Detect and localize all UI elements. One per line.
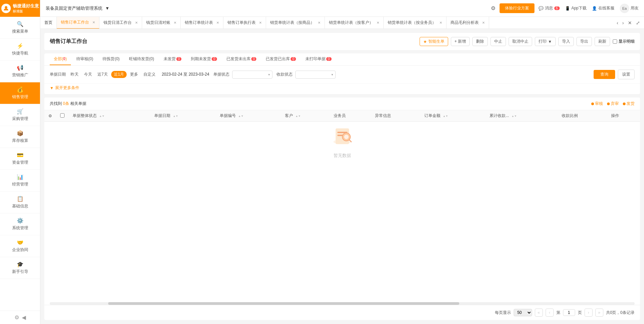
table-scroll[interactable]: ⚙ 单据整体状态 ▲▼ 单据日期 ▲▼ [44,110,640,302]
per-page-select[interactable]: 50 20 100 [514,309,532,316]
filter-tab-not-printed[interactable]: 未打印单据0 [301,53,336,65]
tab-label: 销货单统计表（按商品） [270,20,314,26]
user-menu-button[interactable]: Ea 用友 [620,4,639,13]
sidebar-item-system[interactable]: ⚙️ 系统管理 [0,213,40,235]
tab-sales-order-stats[interactable]: 销售订单统计表 ✕ [181,17,223,29]
date-shortcut-1month[interactable]: 近1月 [111,71,127,78]
delete-button[interactable]: 删除 [472,37,488,46]
app-download-button[interactable]: 📱 App下载 [565,5,587,11]
system-dropdown-button[interactable]: ▼ [105,6,110,11]
sort-status-icon[interactable]: ▲▼ [99,115,104,118]
status-select[interactable] [232,71,272,79]
tab-close-button[interactable]: ✕ [318,21,320,25]
select-all-checkbox[interactable] [60,113,65,118]
export-button[interactable]: 导出 [576,37,592,46]
sidebar-item-search[interactable]: 🔍 搜索菜单 [0,17,40,39]
tab-close-button[interactable]: ✕ [482,21,485,25]
tab-sales-stats-customer[interactable]: 销货单统计表（按客户） ✕ [325,17,384,29]
tab-cash-reconcile[interactable]: 钱货日清对账 ✕ [142,17,181,29]
filter-tab-shipped-out[interactable]: 已发货已出库0 [262,53,300,65]
date-shortcut-7days[interactable]: 近7天 [95,71,110,78]
tab-close-button[interactable]: ✕ [377,21,379,25]
sidebar-item-cooperation[interactable]: 🤝 企业协同 [0,235,40,257]
tab-close-button[interactable]: ✕ [216,21,219,25]
date-shortcut-today[interactable]: 今天 [82,71,94,78]
sidebar-item-purchase[interactable]: 🛒 采购管理 [0,104,40,126]
sort-number-icon[interactable]: ▲▼ [238,115,244,118]
quick-audit-button[interactable]: 审核 [591,101,603,107]
page-input[interactable] [563,309,575,316]
tab-sales-order-exec[interactable]: 销售订单执行表 ✕ [223,17,266,29]
sidebar-item-label: 经营管理 [12,181,28,187]
industry-solution-button[interactable]: 体验行业方案 [500,3,534,13]
tab-close-button[interactable]: ✕ [135,21,138,25]
setting-button[interactable]: 设置 [618,70,635,79]
cancel-abort-button[interactable]: 取消中止 [509,37,532,46]
sidebar-item-sales[interactable]: 💰 销售管理 [0,82,40,104]
sidebar-item-operations[interactable]: 📊 经营管理 [0,170,40,192]
tab-close-all-button[interactable]: ✕ [627,19,633,26]
import-button[interactable]: 导入 [558,37,574,46]
tab-home[interactable]: 首页 [40,17,57,29]
sidebar-item-marketing[interactable]: 📢 营销推广 [0,60,40,82]
horizontal-scrollbar[interactable] [50,302,635,305]
show-detail-checkbox[interactable] [613,39,617,44]
pay-status-select[interactable] [295,71,336,79]
messages-button[interactable]: 💬 消息 6 [539,5,560,11]
filter-tab-unshipped[interactable]: 未发货0 [160,53,186,65]
filter-tab-expired-unshipped[interactable]: 到期未发货0 [187,53,221,65]
user-avatar: Ea [620,4,629,13]
svg-point-6 [344,135,348,139]
add-button[interactable]: + 新增 [451,37,470,46]
query-button[interactable]: 查询 [594,70,615,79]
topbar-actions: 💬 消息 6 📱 App下载 👤 在线客服 Ea 用友 [539,4,639,13]
filter-tab-wangpu[interactable]: 旺铺待发货(0) [125,53,158,65]
sort-customer-icon[interactable]: ▲▼ [295,115,301,118]
sort-amount-icon[interactable]: ▲▼ [443,115,448,118]
prev-page-button[interactable]: ‹ [546,309,554,317]
sidebar-item-finance[interactable]: 💳 资金管理 [0,148,40,170]
print-button[interactable]: 打印 ▼ [535,37,556,46]
tab-prev-button[interactable]: ‹ [615,19,620,26]
tab-next-button[interactable]: › [621,19,625,26]
tab-close-button[interactable]: ✕ [174,21,176,25]
next-page-button[interactable]: › [585,309,593,317]
sidebar-collapse-button[interactable]: ◀ [22,314,26,321]
sidebar-item-inventory[interactable]: 📦 库存核算 [0,126,40,148]
tab-close-button[interactable]: ✕ [259,21,262,25]
tab-sales-stats-product[interactable]: 销货单统计表（按商品） ✕ [266,17,325,29]
date-shortcut-more[interactable]: 更多 [128,71,140,78]
topbar-gear-button[interactable]: ⚙ [491,5,496,11]
sort-collected-icon[interactable]: ▲▼ [512,115,517,118]
quick-cancel-audit-button[interactable]: 弃审 [607,101,619,107]
online-service-button[interactable]: 👤 在线客服 [592,5,614,11]
tab-sales-order-workbench[interactable]: 销售订单工作台 ✕ [57,17,99,29]
sales-icon: 💰 [17,86,24,93]
expand-conditions-button[interactable]: ▼ 展开更多条件 [50,85,79,91]
tab-close-button[interactable]: ✕ [439,21,442,25]
tab-maximize-button[interactable]: ⤢ [635,19,641,26]
sort-date-icon[interactable]: ▲▼ [173,115,178,118]
sidebar-settings-button[interactable]: ⚙ [14,314,19,321]
tab-cash-daily[interactable]: 钱货日清工作台 ✕ [99,17,142,29]
date-shortcut-custom[interactable]: 自定义 [141,71,158,78]
refresh-button[interactable]: 刷新 [595,37,610,46]
sidebar-item-newbie[interactable]: 🎓 新手引导 [0,257,40,279]
filter-tab-pending-review[interactable]: 待审核(0) [72,53,97,65]
filter-tab-shipped-not-out[interactable]: 已发货未出库0 [222,53,261,65]
filter-tab-pending-inspect[interactable]: 待拣货(0) [98,53,124,65]
filter-tab-all[interactable]: 全部(0) [50,53,71,65]
smart-create-button[interactable]: ★ 智能生单 [420,37,448,46]
pay-status-filter-group: 收款状态 [276,71,336,79]
tab-product-profit[interactable]: 商品毛利分析表 ✕ [446,17,489,29]
tab-close-button[interactable]: ✕ [92,21,95,24]
show-detail-label[interactable]: 显示明细 [613,39,635,44]
sidebar-item-basic-info[interactable]: 📋 基础信息 [0,192,40,213]
last-page-button[interactable]: » [595,309,603,317]
first-page-button[interactable]: « [535,309,543,317]
tab-sales-stats-staff[interactable]: 销货单统计表（按业务员） ✕ [384,17,446,29]
date-shortcut-yesterday[interactable]: 昨天 [69,71,81,78]
abort-button[interactable]: 中止 [490,37,506,46]
sidebar-item-quick-nav[interactable]: ⚡ 快捷导航 [0,39,40,60]
quick-ship-button[interactable]: 发货 [623,101,635,107]
